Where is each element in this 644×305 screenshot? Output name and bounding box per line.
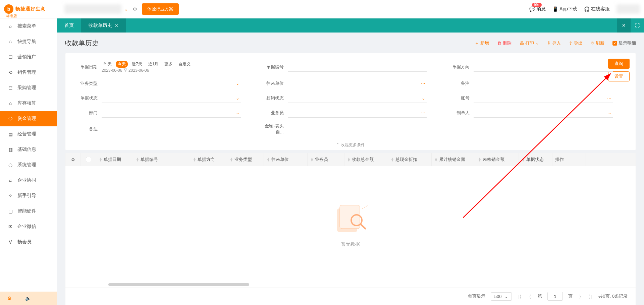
horizontal-scrollbar[interactable] <box>68 283 633 286</box>
sidebar-item[interactable]: ⌂库存核算 <box>0 96 57 111</box>
brand-name: 畅捷通好生意 <box>15 6 46 12</box>
sidebar-item[interactable]: ▥基础信息 <box>0 142 57 157</box>
sort-icon: ▲▼ <box>267 158 270 162</box>
sidebar-item[interactable]: ▤经营管理 <box>0 126 57 142</box>
pager-next-button[interactable]: ⟩ <box>578 294 582 299</box>
sidebar-item-icon: ⌂ <box>7 39 13 44</box>
sort-icon: ▲▼ <box>434 158 438 162</box>
column-header[interactable]: ▲▼单据日期 <box>96 153 133 166</box>
sidebar-item[interactable]: ⌂快捷导航 <box>0 34 57 49</box>
column-header[interactable]: ▲▼单据方向 <box>190 153 227 166</box>
import-button[interactable]: ⇩导入 <box>547 40 561 46</box>
sidebar-footer-sound-icon[interactable]: 🔈 <box>25 296 31 301</box>
column-label: 总现金折扣 <box>395 157 417 163</box>
sidebar-item[interactable]: ❍资金管理 <box>0 111 57 126</box>
try-industry-button[interactable]: 体验行业方案 <box>142 3 179 15</box>
sidebar-item-icon: ⌂ <box>7 101 13 106</box>
select-all-checkbox[interactable] <box>81 153 96 166</box>
customer-service-button[interactable]: 🎧 在线客服 <box>584 6 610 12</box>
chevron-down-icon[interactable]: ⌄ <box>124 6 128 12</box>
messages-badge: 99+ <box>532 3 542 7</box>
column-header[interactable]: ▲▼单据编号 <box>133 153 190 166</box>
print-icon: 🖶 <box>520 41 524 46</box>
show-detail-toggle[interactable]: ✓显示明细 <box>612 40 636 46</box>
column-header[interactable]: ▲▼总现金折扣 <box>388 153 432 166</box>
filter-lookup-acct[interactable]: ⋯ <box>474 94 613 103</box>
app-download-button[interactable]: 📱 App下载 <box>552 6 577 12</box>
filter-lookup-clerk[interactable]: ⋯ <box>288 108 427 118</box>
column-header[interactable]: ▲▼业务类型 <box>227 153 264 166</box>
filter-select-biz[interactable]: ⌄ <box>102 79 241 88</box>
sidebar-footer-gear-icon[interactable]: ⚙ <box>7 296 12 301</box>
column-header[interactable]: 操作 <box>552 153 586 166</box>
tab-close-all-button[interactable]: ✕ <box>617 18 631 33</box>
sidebar-item[interactable]: ⌕搜索菜单 <box>0 18 57 34</box>
pager-first-button[interactable]: |⟨ <box>517 294 523 299</box>
sidebar-item-icon: ✉ <box>7 224 13 229</box>
column-header[interactable]: ▲▼收款总金额 <box>344 153 388 166</box>
sidebar-item-label: 企业微信 <box>17 224 36 230</box>
collapse-filters-button[interactable]: 收起更多条件 <box>65 140 636 150</box>
filter-select-dir[interactable]: ⌄ <box>474 62 613 72</box>
sidebar-item[interactable]: ✉企业微信 <box>0 219 57 234</box>
column-header[interactable]: ▲▼往来单位 <box>264 153 308 166</box>
messages-button[interactable]: 💬 消息 99+ <box>529 6 546 12</box>
per-page-select[interactable]: 500⌄ <box>491 292 512 301</box>
refresh-icon: ⟳ <box>591 41 594 46</box>
print-button[interactable]: 🖶打印 ⌄ <box>520 40 539 46</box>
filter-input-docno[interactable] <box>288 62 427 72</box>
sidebar-item[interactable]: ▱企业协同 <box>0 173 57 188</box>
sidebar-item[interactable]: ✧新手引导 <box>0 188 57 203</box>
date-chip[interactable]: 今天 <box>116 61 128 68</box>
date-chip[interactable]: 更多 <box>162 61 174 68</box>
sidebar-item[interactable]: ⟲销售管理 <box>0 65 57 80</box>
filter-select-maker[interactable]: ⌄ <box>474 108 613 118</box>
sidebar-item[interactable]: ▢智能硬件 <box>0 203 57 219</box>
column-label: 业务员 <box>315 157 328 163</box>
pager-last-button[interactable]: ⟩| <box>588 294 593 299</box>
user-avatar-blurred[interactable] <box>616 4 640 14</box>
delete-button[interactable]: 🗑删除 <box>497 40 512 46</box>
column-settings-button[interactable]: ⚙ <box>65 153 81 166</box>
table-body-empty: 暂无数据 <box>65 166 636 283</box>
column-header[interactable]: ▲▼累计核销金额 <box>432 153 475 166</box>
sidebar-item-icon: ❍ <box>7 116 13 121</box>
filter-input-amt[interactable] <box>288 124 427 134</box>
filter-label-remark2: 备注 <box>71 126 102 132</box>
filter-select-dept[interactable]: ⌄ <box>102 108 241 118</box>
page-title: 收款单历史 <box>65 39 99 48</box>
date-chip[interactable]: 近1月 <box>146 61 161 68</box>
filter-lookup-partner[interactable]: ⋯ <box>288 79 427 88</box>
date-chip[interactable]: 近7天 <box>130 61 144 68</box>
tab[interactable]: 首页 <box>57 18 81 33</box>
sidebar-item[interactable]: ☲采购管理 <box>0 80 57 96</box>
sidebar-item[interactable]: V畅会员 <box>0 234 57 250</box>
sidebar-item[interactable]: ☐营销推广 <box>0 49 57 65</box>
filter-input-remark[interactable] <box>474 79 613 88</box>
column-header[interactable]: ▲▼未核销金额 <box>475 153 519 166</box>
add-button[interactable]: ＋新增 <box>475 40 489 46</box>
tab[interactable]: 收款单历史✕ <box>81 18 126 33</box>
fullscreen-icon[interactable]: ⛶ <box>631 18 644 33</box>
chevron-down-icon: ⌄ <box>236 96 239 101</box>
chat-icon: 💬 <box>529 6 535 12</box>
filter-select-state[interactable]: ⌄ <box>102 94 241 103</box>
sidebar: ⌕搜索菜单⌂快捷导航☐营销推广⟲销售管理☲采购管理⌂库存核算❍资金管理▤经营管理… <box>0 18 57 305</box>
filter-select-vstate[interactable]: ⌄ <box>288 94 427 103</box>
column-header[interactable]: ▲▼单据状态 <box>519 153 552 166</box>
close-icon[interactable]: ✕ <box>115 23 118 28</box>
gear-icon[interactable]: ⚙ <box>133 6 137 12</box>
filter-input-remark2[interactable] <box>102 124 241 134</box>
brand-edition: 标准版 <box>6 13 17 18</box>
date-chip[interactable]: 昨天 <box>102 61 114 68</box>
date-chip[interactable]: 自定义 <box>176 61 193 68</box>
filter-label-clerk: 业务员 <box>258 110 288 116</box>
sidebar-item[interactable]: ◌系统管理 <box>0 157 57 173</box>
column-header[interactable]: ▲▼业务员 <box>308 153 344 166</box>
refresh-button[interactable]: ⟳刷新 <box>591 40 604 46</box>
export-button[interactable]: ⇧导出 <box>569 40 583 46</box>
sidebar-item-icon: ◌ <box>7 162 13 168</box>
pager-prev-button[interactable]: ⟨ <box>528 294 532 299</box>
pager-page-input[interactable] <box>547 292 563 301</box>
org-selector-blurred[interactable] <box>64 4 121 14</box>
